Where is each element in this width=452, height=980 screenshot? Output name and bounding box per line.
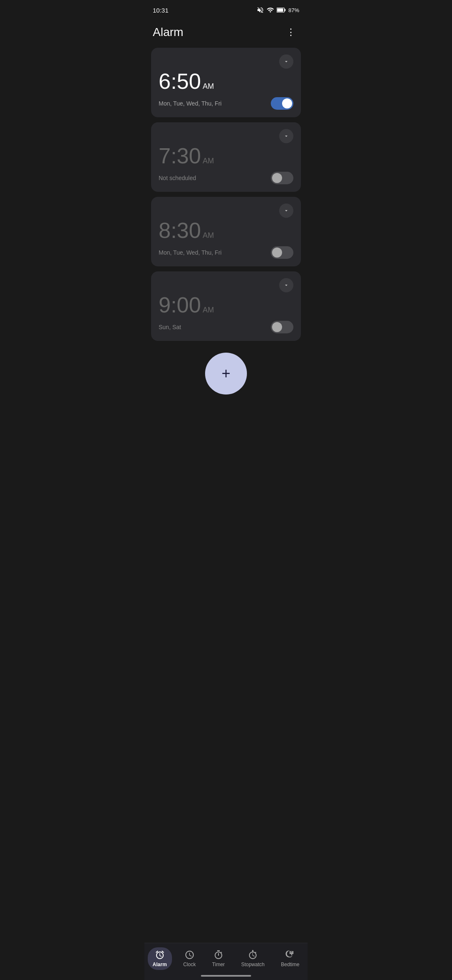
status-time: 10:31 xyxy=(153,7,169,14)
alarm-card-4: 9:00 AM Sun, Sat xyxy=(151,271,301,341)
alarm-time-row-2: 7:30 AM xyxy=(159,145,293,167)
add-alarm-button[interactable]: + xyxy=(205,353,247,395)
toggle-slider-2 xyxy=(271,172,293,184)
main-content: 6:50 AM Mon, Tue, Wed, Thu, Fri xyxy=(144,48,308,445)
alarm-expand-button-1[interactable] xyxy=(279,54,293,69)
more-menu-button[interactable]: ⋮ xyxy=(283,25,299,39)
toggle-slider-1 xyxy=(271,97,293,110)
svg-rect-2 xyxy=(277,8,283,12)
alarm-footer-4: Sun, Sat xyxy=(159,321,293,333)
alarm-expand-button-4[interactable] xyxy=(279,278,293,292)
alarm-toggle-3[interactable] xyxy=(271,246,293,259)
svg-rect-1 xyxy=(285,9,286,11)
alarm-footer-1: Mon, Tue, Wed, Thu, Fri xyxy=(159,97,293,110)
status-icons: 87% xyxy=(257,6,299,14)
alarm-toggle-2[interactable] xyxy=(271,172,293,184)
battery-percentage: 87% xyxy=(288,7,299,13)
alarms-list: 6:50 AM Mon, Tue, Wed, Thu, Fri xyxy=(144,48,308,341)
alarm-ampm-2: AM xyxy=(203,157,214,165)
alarm-card-header-4 xyxy=(159,278,293,292)
alarm-ampm-4: AM xyxy=(203,306,214,315)
toggle-slider-3 xyxy=(271,246,293,259)
alarm-time-4: 9:00 xyxy=(159,294,201,316)
page-title: Alarm xyxy=(153,26,183,39)
alarm-time-row-1: 6:50 AM xyxy=(159,70,293,92)
toggle-knob-1 xyxy=(282,98,292,108)
alarm-card-3: 8:30 AM Mon, Tue, Wed, Thu, Fri xyxy=(151,197,301,266)
toggle-knob-2 xyxy=(272,173,282,183)
mute-icon xyxy=(257,6,264,14)
alarm-time-1: 6:50 xyxy=(159,70,201,92)
alarm-days-2: Not scheduled xyxy=(159,175,196,181)
toggle-knob-4 xyxy=(272,322,282,332)
alarm-ampm-1: AM xyxy=(203,82,214,91)
alarm-time-3: 8:30 xyxy=(159,219,201,241)
battery-icon xyxy=(277,6,286,14)
alarm-days-1: Mon, Tue, Wed, Thu, Fri xyxy=(159,100,221,107)
toggle-slider-4 xyxy=(271,321,293,333)
alarm-time-2: 7:30 xyxy=(159,145,201,167)
alarm-days-3: Mon, Tue, Wed, Thu, Fri xyxy=(159,249,221,256)
alarm-expand-button-3[interactable] xyxy=(279,204,293,218)
status-bar: 10:31 87% xyxy=(144,0,308,18)
wifi-icon xyxy=(267,6,274,14)
alarm-card-header-3 xyxy=(159,204,293,218)
alarm-days-4: Sun, Sat xyxy=(159,324,181,330)
toggle-knob-3 xyxy=(272,248,282,258)
alarm-card-header-2 xyxy=(159,129,293,143)
alarm-card-header-1 xyxy=(159,54,293,69)
app-header: Alarm ⋮ xyxy=(144,18,308,48)
alarm-toggle-1[interactable] xyxy=(271,97,293,110)
alarm-footer-2: Not scheduled xyxy=(159,172,293,184)
alarm-toggle-4[interactable] xyxy=(271,321,293,333)
alarm-footer-3: Mon, Tue, Wed, Thu, Fri xyxy=(159,246,293,259)
alarm-time-row-4: 9:00 AM xyxy=(159,294,293,316)
alarm-time-row-3: 8:30 AM xyxy=(159,219,293,241)
alarm-card-1: 6:50 AM Mon, Tue, Wed, Thu, Fri xyxy=(151,48,301,117)
alarm-expand-button-2[interactable] xyxy=(279,129,293,143)
alarm-ampm-3: AM xyxy=(203,231,214,240)
fab-container: + xyxy=(144,341,308,403)
alarm-card-2: 7:30 AM Not scheduled xyxy=(151,122,301,192)
